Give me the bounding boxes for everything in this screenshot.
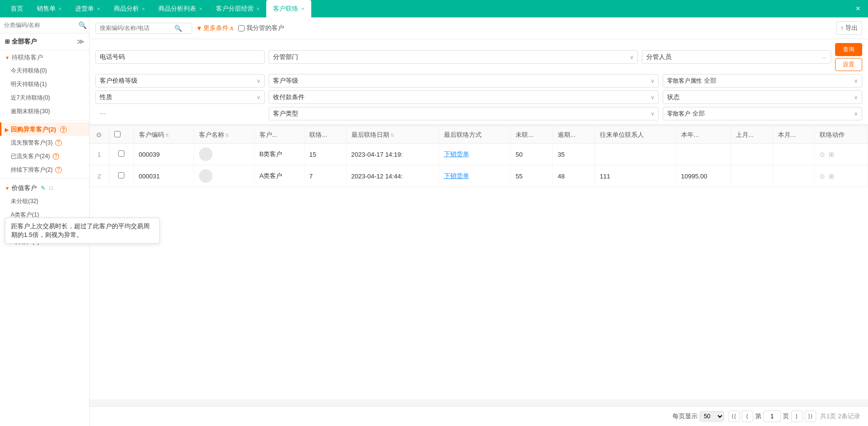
person-field[interactable]: 分管人员 ···	[642, 50, 831, 64]
row2-checkbox[interactable]	[118, 172, 124, 178]
sidebar-search-container: 🔍	[0, 17, 89, 33]
row2-more-icon[interactable]: ⊞	[829, 173, 834, 180]
person-dots-icon[interactable]: ···	[822, 54, 827, 61]
per-page-select[interactable]: 10 20 50 100	[700, 411, 724, 422]
scatter-property-value: 全部	[704, 76, 854, 85]
close-icon[interactable]: ×	[257, 6, 259, 12]
table-wrapper: ⚙ 客户编码⇅ 客户名称⇅ 客户... 联络...	[90, 127, 868, 399]
col-this-month: 本月...	[773, 127, 815, 144]
export-button[interactable]: ↑ 导出	[836, 21, 862, 35]
price-grade-field[interactable]: 客户价格等级 ∨	[95, 74, 265, 88]
customer-table: ⚙ 客户编码⇅ 客户名称⇅ 客户... 联络...	[90, 127, 868, 187]
nav-purchase[interactable]: 进货单 ×	[68, 0, 107, 17]
filter-row-1: 电话号码 分管部门 ∨ 分管人员 ··· 查询 设置	[95, 43, 862, 71]
arrow-right-icon: ▶	[5, 127, 9, 132]
next-page-button[interactable]: ⟩	[791, 411, 803, 422]
row1-contact-icon[interactable]: ⊙	[820, 151, 825, 158]
customer-type-field[interactable]: 客户类型 ∨	[269, 107, 659, 120]
select-all-checkbox[interactable]	[114, 131, 121, 137]
row2-contact-icon[interactable]: ⊙	[820, 173, 825, 180]
nav-customer-contact[interactable]: 客户联络 ×	[266, 0, 311, 17]
row1-last-type-link[interactable]: 下销货单	[444, 150, 469, 158]
col-name[interactable]: 客户名称⇅	[194, 127, 255, 144]
sidebar-item-7days[interactable]: 近7天待联络(0)	[0, 91, 89, 104]
edit-icon[interactable]: ✎	[41, 185, 46, 191]
filter-bar: 🔍 ▼ 更多条件 ∧ 我分管的客户 ↑ 导出	[90, 17, 868, 39]
nav-analysis[interactable]: 商品分析 ×	[107, 0, 152, 17]
prev-page-button[interactable]: ⟨	[742, 411, 753, 422]
nav-analysis-list[interactable]: 商品分析列表 ×	[152, 0, 209, 17]
phone-field[interactable]: 电话号码	[95, 50, 265, 64]
close-icon[interactable]: ×	[142, 6, 145, 12]
gear-settings-icon[interactable]: ⚙	[96, 131, 102, 139]
row1-not-contacted: 50	[511, 144, 553, 165]
payment-field[interactable]: 收付款条件 ∨	[269, 90, 659, 104]
query-button[interactable]: 查询	[835, 43, 862, 56]
top-nav: 首页 销售单 × 进货单 × 商品分析 × 商品分析列表 × 客户分层经营 × …	[0, 0, 868, 17]
row1-last-month	[731, 144, 773, 165]
nature-field[interactable]: 性质 ∨	[95, 90, 265, 104]
sidebar-item-today[interactable]: 今天待联络(0)	[0, 64, 89, 77]
nav-sales[interactable]: 销售单 ×	[30, 0, 68, 17]
col-gear: ⚙	[90, 127, 109, 144]
col-last-contact-date[interactable]: 最后联络日期⇅	[346, 127, 439, 144]
search-input-container[interactable]: 🔍	[95, 23, 192, 34]
sidebar-item-tomorrow[interactable]: 明天待联络(1)	[0, 77, 89, 91]
sidebar-item-overdue[interactable]: 逾期未联络(30)	[0, 104, 89, 118]
scatter-property-label: 零散客户属性	[667, 77, 702, 85]
nav-customer-tier[interactable]: 客户分层经营 ×	[209, 0, 266, 17]
advanced-filter-panel: 电话号码 分管部门 ∨ 分管人员 ··· 查询 设置 客户价格等级	[90, 39, 868, 125]
close-icon[interactable]: ×	[59, 6, 61, 12]
row2-index: 2	[90, 165, 109, 187]
group-add-icon[interactable]: □	[49, 185, 53, 191]
customer-grade-field[interactable]: 客户等级 ∨	[269, 74, 659, 88]
row1-overdue: 35	[552, 144, 594, 165]
row1-this-month	[773, 144, 815, 165]
row2-code: 000031	[134, 165, 194, 187]
nav-analysis-list-label: 商品分析列表	[158, 4, 196, 13]
collapse-sidebar-icon[interactable]: ≫	[77, 38, 84, 45]
sidebar-search-input[interactable]	[4, 22, 76, 29]
dept-field[interactable]: 分管部门 ∨	[269, 50, 638, 64]
close-icon[interactable]: ×	[97, 6, 100, 12]
close-icon[interactable]: ×	[301, 6, 304, 12]
close-icon[interactable]: ×	[199, 6, 202, 12]
page-number-input[interactable]	[763, 411, 781, 422]
more-conditions-label: 更多条件	[203, 24, 228, 32]
settings-button[interactable]: 设置	[835, 58, 862, 71]
table-body: 1 000039 B类客户 15 2023	[90, 144, 868, 187]
last-page-button[interactable]: ⟩⟩	[805, 411, 816, 422]
row1-more-icon[interactable]: ⊞	[829, 151, 834, 158]
col-code[interactable]: 客户编码⇅	[134, 127, 194, 144]
row2-grade: A类客户	[254, 165, 304, 187]
sidebar-group-value[interactable]: ▼ 价值客户 ✎ □	[0, 181, 89, 194]
first-page-button[interactable]: ⟨⟨	[728, 411, 740, 422]
customer-grade-chevron-icon: ∨	[651, 78, 655, 84]
col-overdue: 逾期...	[552, 127, 594, 144]
sidebar-item-declining[interactable]: 持续下滑客户(2) ?	[0, 163, 89, 176]
sidebar-item-lost[interactable]: 已流失客户(24) ?	[0, 149, 89, 163]
arrow-down2-icon: ▼	[5, 186, 10, 191]
row1-checkbox[interactable]	[118, 150, 124, 157]
page-suffix: 页	[783, 412, 789, 421]
row2-this-year: 10995.00	[676, 165, 731, 187]
sidebar-item-loss-warning[interactable]: 流失预警客户(3) ?	[0, 136, 89, 149]
main-search-input[interactable]	[100, 25, 172, 31]
sidebar-divider	[0, 120, 89, 120]
horizontal-scrollbar[interactable]	[90, 399, 868, 406]
person-label: 分管人员	[646, 53, 671, 61]
content-area: 🔍 ▼ 更多条件 ∧ 我分管的客户 ↑ 导出 电话号码	[90, 17, 868, 426]
tooltip-text: 距客户上次交易时长，超过了此客户的平均交易周期的1.5倍，则视为异常。	[90, 222, 150, 238]
sidebar-item-ungrouped[interactable]: 未分组(32)	[0, 194, 89, 208]
more-conditions-button[interactable]: ▼ 更多条件 ∧	[196, 24, 234, 32]
nav-home[interactable]: 首页	[4, 0, 30, 17]
sidebar-all-customers[interactable]: ⊞ 全部客户 ≫	[0, 33, 89, 50]
col-grade: 客户...	[254, 127, 304, 144]
sidebar-group-pending[interactable]: ▼ 待联络客户	[0, 50, 89, 64]
sidebar-group-abnormal[interactable]: ▶ 回购异常客户(2) ?	[0, 122, 89, 136]
my-customers-checkbox[interactable]	[238, 25, 244, 31]
status-field[interactable]: 状态 ∨	[663, 90, 862, 104]
row2-last-type-link[interactable]: 下销货单	[444, 172, 469, 179]
window-close-button[interactable]: ×	[852, 4, 864, 13]
more-dots-icon[interactable]: ···	[99, 109, 106, 118]
